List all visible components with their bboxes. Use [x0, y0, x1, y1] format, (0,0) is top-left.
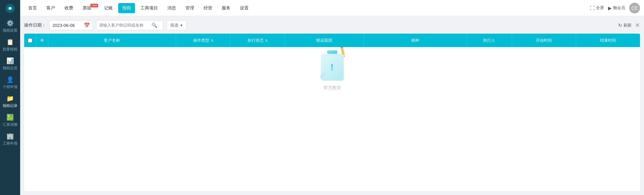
search-box[interactable]: 🔍: [96, 20, 163, 30]
search-icon[interactable]: 🔍: [152, 23, 157, 28]
th-checkbox[interactable]: [24, 34, 36, 47]
th-tax: 税种: [364, 34, 467, 47]
close-button[interactable]: ✕: [635, 22, 640, 29]
nav-item-xiaoxi[interactable]: 消息: [163, 3, 180, 13]
date-picker[interactable]: 📅: [49, 20, 93, 30]
th-starttime: 开始时间: [512, 34, 576, 47]
sidebar-item-label: 工商年报: [3, 141, 17, 146]
exclamation-mark: !: [331, 62, 334, 73]
sidebar-item-gongshang-nianbao[interactable]: 🏢 工商年报: [0, 130, 20, 149]
th-error: 错误股因: [285, 34, 364, 47]
nav-item-client[interactable]: 客户: [42, 3, 59, 13]
refresh-button[interactable]: ↻ 刷新: [618, 23, 632, 28]
date-input[interactable]: [52, 23, 82, 28]
search-input[interactable]: [99, 23, 149, 28]
nav-item-shezhi[interactable]: 设置: [236, 3, 253, 13]
sidebar-item-label: 报税设置: [3, 28, 17, 33]
nav-item-home[interactable]: 首页: [24, 3, 41, 13]
table-header: ⚙ 客户名称 操作类型 ⇅ 执行状态 ⇅ 错误股因 税种: [24, 34, 640, 47]
batch-tax-icon: 📋: [6, 38, 14, 46]
sidebar-item-label: 报税总览: [3, 66, 17, 71]
fullscreen-icon: ⛶: [590, 5, 595, 11]
main-area: 首页 客户 收费 票据 new 记账 报税 工商项目 消息 管理 经营 服务 设…: [20, 0, 644, 195]
topnav-right: ⛶ 全屏 ▶ 畅会员 CE: [590, 3, 640, 13]
th-status[interactable]: 执行状态 ⇅: [230, 34, 285, 47]
th-settings[interactable]: ⚙: [36, 34, 48, 47]
overview-icon: 📊: [6, 57, 14, 65]
pen-bottom-icon: 🖊: [320, 72, 326, 79]
chevron-down-icon: ▼: [180, 24, 183, 27]
clipboard-top: [327, 50, 337, 54]
th-executor: 执行人: [467, 34, 512, 47]
sidebar-item-huisuan-jiaoshu[interactable]: 💹 汇算清缴: [0, 111, 20, 130]
th-optype[interactable]: 操作类型 ⇅: [176, 34, 230, 47]
member-button[interactable]: ▶ 畅会员: [608, 5, 625, 11]
sidebar: ⚙️ 报税设置 📋 批量报税 📊 报税总览 👤 个税申报 📁 报税记录 💹 汇算…: [0, 0, 20, 195]
svg-point-1: [9, 7, 11, 10]
nav-item-fuwu[interactable]: 服务: [218, 3, 234, 13]
column-settings-icon: ⚙: [40, 38, 44, 43]
settings-icon: ⚙️: [6, 20, 14, 27]
avatar[interactable]: CE: [629, 3, 640, 13]
nav-item-shoufei[interactable]: 收费: [60, 3, 77, 13]
empty-text: 暂无数据: [324, 85, 341, 91]
refresh-icon: ↻: [618, 23, 622, 28]
nav-item-jizhang[interactable]: 记账: [100, 3, 117, 13]
page-content: 操作日期： 📅 🔍 筛选 ▼ ↻ 刷新 ✕: [20, 16, 644, 195]
member-icon: ▶: [608, 5, 612, 11]
sidebar-item-label: 批量报税: [3, 47, 17, 52]
sort-icon-optype: ⇅: [211, 39, 213, 42]
sidebar-item-baoshui-jilu[interactable]: 📁 报税记录: [0, 92, 20, 111]
empty-state: ✏️ ! 🖊 暂无数据: [24, 47, 640, 91]
top-navigation: 首页 客户 收费 票据 new 记账 报税 工商项目 消息 管理 经营 服务 设…: [20, 0, 644, 16]
settlement-icon: 💹: [6, 114, 14, 121]
nav-item-baoshui[interactable]: 报税: [118, 3, 135, 13]
nav-item-piaojv[interactable]: 票据 new: [79, 3, 99, 13]
sidebar-item-piliang-baoshui[interactable]: 📋 批量报税: [0, 36, 20, 54]
fullscreen-button[interactable]: ⛶ 全屏: [590, 5, 604, 11]
record-icon: 📁: [6, 95, 14, 102]
calendar-icon: 📅: [84, 23, 90, 28]
nav-item-gongshang[interactable]: 工商项目: [136, 3, 162, 13]
sidebar-logo: [0, 0, 20, 17]
sidebar-item-geshui-shenbao[interactable]: 👤 个税申报: [0, 73, 20, 92]
sidebar-item-baoshui-zonglang[interactable]: 📊 报税总览: [0, 54, 20, 73]
data-table: ⚙ 客户名称 操作类型 ⇅ 执行状态 ⇅ 错误股因 税种: [24, 34, 640, 191]
th-endtime: 结束时间: [576, 34, 640, 47]
sidebar-item-baoshui-shezhi[interactable]: ⚙️ 报税设置: [0, 17, 20, 36]
annual-report-icon: 🏢: [6, 132, 14, 140]
filter-button[interactable]: 筛选 ▼: [167, 20, 187, 30]
nav-menu: 首页 客户 收费 票据 new 记账 报税 工商项目 消息 管理 经营 服务 设…: [24, 3, 590, 13]
date-label: 操作日期：: [24, 22, 46, 28]
nav-item-jingying[interactable]: 经营: [200, 3, 216, 13]
personal-tax-icon: 👤: [6, 76, 14, 83]
page-toolbar: 操作日期： 📅 🔍 筛选 ▼ ↻ 刷新 ✕: [24, 20, 640, 30]
sidebar-item-label: 报税记录: [3, 103, 17, 108]
nav-item-guanli[interactable]: 管理: [181, 3, 198, 13]
sidebar-item-label: 个税申报: [3, 84, 17, 89]
table-body: ✏️ ! 🖊 暂无数据: [24, 47, 640, 191]
select-all-checkbox[interactable]: [28, 38, 32, 43]
empty-illustration: ✏️ ! 🖊: [317, 47, 347, 81]
sidebar-item-label: 汇算清缴: [3, 122, 17, 127]
sort-icon-status: ⇅: [265, 39, 268, 42]
th-client: 客户名称: [48, 34, 176, 47]
new-badge: new: [90, 4, 98, 7]
